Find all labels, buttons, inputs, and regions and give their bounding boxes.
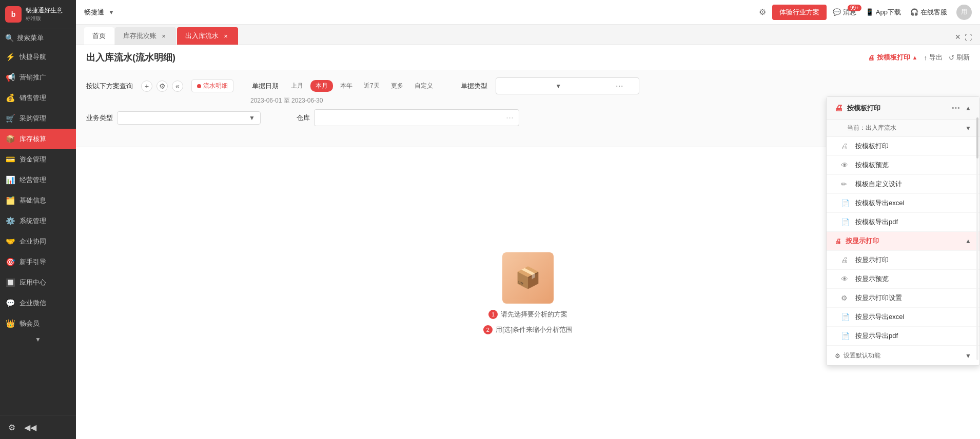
filter-add-btn[interactable]: + <box>141 81 152 92</box>
marketing-icon: 📢 <box>5 72 15 83</box>
topbar-service[interactable]: 🎧 在线客服 <box>910 8 947 17</box>
filter-collapse-btn[interactable]: « <box>172 81 183 92</box>
empty-illustration: 📦 <box>502 252 554 304</box>
dp-template-preview-icon: 👁 <box>841 161 850 169</box>
dp-footer-settings-icon: ⚙ <box>835 352 840 360</box>
sidebar-item-system[interactable]: ⚙️ 系统管理 <box>0 211 76 231</box>
print-template-btn[interactable]: 🖨 按模板打印 ▲ <box>868 53 918 62</box>
dp-item-template-excel[interactable]: 📄 按模板导出excel <box>827 194 979 213</box>
export-btn[interactable]: ↑ 导出 <box>924 53 943 62</box>
app-center-icon: 🔲 <box>5 277 15 288</box>
tab-flow-close[interactable]: × <box>222 32 230 40</box>
dp-item-label: 按显示打印 <box>855 255 889 265</box>
tab-flow[interactable]: 出入库流水 × <box>177 27 238 45</box>
date-btn-last-month[interactable]: 上月 <box>287 80 307 92</box>
dp-collapse-arrow[interactable]: ▲ <box>965 105 971 112</box>
dp-more-options[interactable]: ··· <box>951 102 960 114</box>
dp-item-template-preview[interactable]: 👁 按模板预览 <box>827 156 979 175</box>
date-btn-this-year[interactable]: 本年 <box>336 80 357 92</box>
print-icon: 🖨 <box>868 54 875 62</box>
filter-doc-type-select[interactable]: ▼ ··· <box>496 77 639 94</box>
biz-type-group: 业务类型 ▼ <box>86 111 261 125</box>
message-icon: 💬 <box>833 8 841 16</box>
page-title: 出入库流水(流水明细) <box>86 51 175 64</box>
dp-item-label: 按显示预览 <box>855 274 889 284</box>
sidebar-item-app-center[interactable]: 🔲 应用中心 <box>0 272 76 293</box>
collab-icon: 🤝 <box>5 236 15 247</box>
sidebar-scroll-down[interactable]: ▼ <box>0 334 76 345</box>
date-btn-this-month[interactable]: 本月 <box>310 80 333 92</box>
dp-item-display-pdf[interactable]: 📄 按显示导出pdf <box>827 327 979 346</box>
sidebar-settings-icon[interactable]: ⚙ <box>5 421 18 434</box>
quick-nav-icon: ⚡ <box>5 52 15 62</box>
sidebar-item-finance[interactable]: 💳 资金管理 <box>0 149 76 170</box>
sidebar-item-inventory[interactable]: 📦 库存核算 <box>0 129 76 149</box>
biz-type-input[interactable]: ▼ <box>117 111 261 125</box>
dp-item-display-preview[interactable]: 👁 按显示预览 <box>827 270 979 289</box>
filter-settings-btn[interactable]: ⚙ <box>156 81 168 92</box>
dp-item-display-print[interactable]: 🖨 按显示打印 <box>827 251 979 270</box>
dp-item-display-excel[interactable]: 📄 按显示导出excel <box>827 308 979 327</box>
date-btn-7days[interactable]: 近7天 <box>360 80 384 92</box>
sidebar-item-operation[interactable]: 📊 经营管理 <box>0 170 76 190</box>
topbar-app-download[interactable]: 📱 App下载 <box>866 8 901 17</box>
sidebar-item-basic-info[interactable]: 🗂️ 基础信息 <box>0 190 76 211</box>
dp-footer[interactable]: ⚙ 设置默认功能 ▼ <box>827 346 979 365</box>
tab-maximize-icon[interactable]: ⛶ <box>965 33 972 42</box>
tab-home-label: 首页 <box>92 31 106 41</box>
dp-template-excel-icon: 📄 <box>841 199 850 207</box>
refresh-btn[interactable]: ↺ 刷新 <box>949 53 970 62</box>
dp-scrollbar[interactable] <box>976 117 978 360</box>
filter-doc-type-more[interactable]: ··· <box>616 81 623 91</box>
sidebar-item-member[interactable]: 👑 畅会员 <box>0 313 76 334</box>
topbar: 畅捷通 ▼ ⚙ 体验行业方案 💬 消息 99+ 📱 App下载 🎧 在线客服 用 <box>76 0 980 25</box>
dp-display-items: 🖨 按显示打印 👁 按显示预览 ⚙ 按显示打印设置 📄 按显示导出excel 📄 <box>827 251 979 346</box>
date-btn-more[interactable]: 更多 <box>387 80 407 92</box>
filter-tag-label: 流水明细 <box>203 82 228 90</box>
dp-item-label: 按模板打印 <box>855 142 889 151</box>
sidebar-item-label: 资金管理 <box>19 155 46 164</box>
dp-item-label: 按显示打印设置 <box>855 293 902 303</box>
refresh-label: 刷新 <box>956 53 970 62</box>
trial-button[interactable]: 体验行业方案 <box>772 5 827 20</box>
topbar-message[interactable]: 💬 消息 99+ <box>833 8 856 17</box>
sidebar-item-purchase[interactable]: 🛒 采购管理 <box>0 108 76 129</box>
dp-section-display[interactable]: 🖨 按显示打印 ▲ <box>827 232 979 251</box>
dp-item-label: 按模板导出pdf <box>855 217 898 227</box>
dp-current-selection[interactable]: 当前：出入库流水 ▼ <box>827 119 979 137</box>
dp-item-label: 按显示导出pdf <box>855 331 898 341</box>
dp-footer-arrow: ▼ <box>965 352 971 360</box>
export-label: 导出 <box>929 53 943 62</box>
page-header: 出入库流水(流水明细) 🖨 按模板打印 ▲ ↑ 导出 ↺ 刷新 <box>76 45 980 70</box>
tab-batch-close[interactable]: × <box>160 32 168 40</box>
filter-row-1: 按以下方案查询 + ⚙ « 流水明细 单据日期 上月 本月 本年 <box>86 77 970 94</box>
warehouse-more[interactable]: ··· <box>506 112 514 123</box>
sidebar-search[interactable]: 🔍 搜索菜单 <box>0 29 76 47</box>
system-icon: ⚙️ <box>5 216 15 226</box>
tab-close-window[interactable]: × <box>955 32 961 43</box>
topbar-user[interactable]: 畅捷通 ▼ <box>84 8 753 17</box>
topbar-gear-icon[interactable]: ⚙ <box>759 7 766 17</box>
sidebar-collapse-icon[interactable]: ◀◀ <box>24 421 37 434</box>
dp-item-template-design[interactable]: ✏ 模板自定义设计 <box>827 175 979 194</box>
step-1-num: 1 <box>488 310 498 319</box>
warehouse-input[interactable]: ··· <box>314 109 519 126</box>
dp-item-template-print[interactable]: 🖨 按模板打印 <box>827 137 979 156</box>
sidebar-item-wechat[interactable]: 💬 企业微信 <box>0 293 76 313</box>
topbar-user-dropdown-arrow: ▼ <box>108 9 114 16</box>
tab-batch[interactable]: 库存批次账 × <box>115 27 176 45</box>
filter-add-buttons: + ⚙ « <box>141 81 183 92</box>
tab-home[interactable]: 首页 <box>84 27 114 45</box>
sidebar-bottom: ⚙ ◀◀ <box>0 415 76 439</box>
date-btn-custom[interactable]: 自定义 <box>410 80 437 92</box>
sidebar-item-collab[interactable]: 🤝 企业协同 <box>0 231 76 252</box>
sidebar-search-label: 搜索菜单 <box>17 33 44 43</box>
sidebar-item-guide[interactable]: 🎯 新手引导 <box>0 252 76 272</box>
dp-item-display-settings[interactable]: ⚙ 按显示打印设置 <box>827 289 979 308</box>
sidebar-item-quick-nav[interactable]: ⚡ 快捷导航 <box>0 47 76 67</box>
sidebar-item-marketing[interactable]: 📢 营销推广 <box>0 67 76 88</box>
filter-dates: 上月 本月 本年 近7天 更多 自定义 <box>287 80 437 92</box>
sidebar-item-sales[interactable]: 💰 销售管理 <box>0 88 76 108</box>
topbar-avatar[interactable]: 用 <box>956 5 972 20</box>
dp-item-template-pdf[interactable]: 📄 按模板导出pdf <box>827 213 979 232</box>
